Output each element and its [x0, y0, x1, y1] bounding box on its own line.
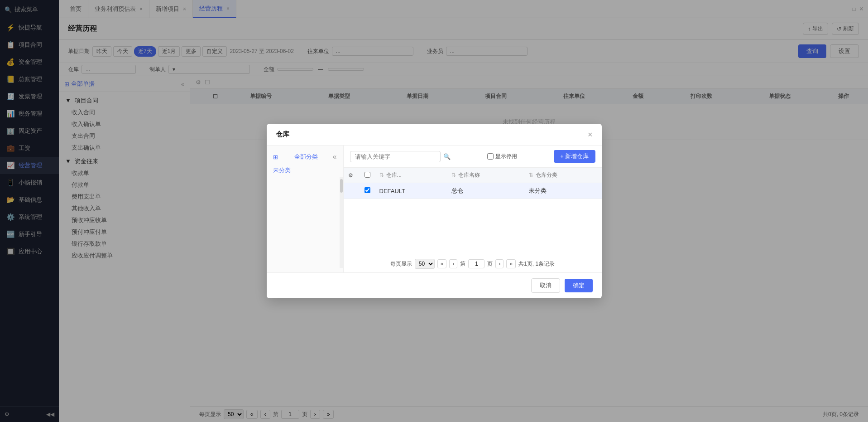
dialog-close-btn[interactable]: × [588, 131, 593, 139]
show-disabled-wrapper: 显示停用 [487, 153, 517, 160]
dialog-total: 共1页, 1条记录 [518, 260, 555, 268]
row-actions-icon: ⚙ [348, 172, 353, 179]
row-actions-cell [344, 183, 360, 199]
dialog-sidebar-all[interactable]: ⊞ 全部分类 « [267, 150, 343, 164]
dialog-table: ⚙ ⇅ 仓库... ⇅ [344, 168, 602, 199]
dialog-actions: 取消 确定 [267, 272, 602, 298]
row-checkbox-cell [360, 183, 375, 199]
dialog-sidebar-unclassified-label: 未分类 [273, 167, 291, 174]
dialog-first-btn[interactable]: « [437, 259, 447, 268]
dialog-per-page-label: 每页显示 [390, 260, 412, 268]
show-disabled-checkbox[interactable] [487, 153, 494, 160]
dialog-last-btn[interactable]: » [506, 259, 516, 268]
dialog-toolbar: 🔍 显示停用 + 新增仓库 [344, 146, 602, 168]
dialog-page-label: 第 [460, 260, 465, 268]
row-checkbox[interactable] [364, 187, 370, 193]
dialog-col-code: ⇅ 仓库... [375, 168, 447, 183]
dialog-prev-btn[interactable]: ‹ [449, 259, 457, 268]
row-code-cell: DEFAULT [375, 183, 447, 199]
dialog-body: ⊞ 全部分类 « 未分类 [267, 146, 602, 272]
sidebar-scroll-area [267, 177, 343, 268]
col-sort-icon: ⇅ [379, 172, 384, 178]
row-category-cell: 未分类 [524, 183, 602, 199]
sidebar-scrollbar-thumb [340, 179, 343, 193]
dialog-sidebar-all-label: 全部分类 [294, 153, 318, 161]
dialog-title: 仓库 [276, 130, 289, 139]
warehouse-dialog: 仓库 × ⊞ 全部分类 « 未分类 [267, 124, 602, 298]
col-sort-icon3: ⇅ [529, 172, 533, 178]
dialog-sidebar-collapse[interactable]: « [333, 153, 337, 161]
dialog-col-name: ⇅ 仓库名称 [447, 168, 524, 183]
dialog-select-all[interactable] [364, 172, 370, 178]
dialog-table-row[interactable]: DEFAULT 总仓 未分类 [344, 183, 602, 199]
dialog-pagination: 每页显示 50 « ‹ 第 页 › » 共1页, 1条记录 [344, 255, 602, 272]
show-disabled-label: 显示停用 [495, 153, 517, 160]
modal-overlay: 仓库 × ⊞ 全部分类 « 未分类 [0, 0, 868, 422]
dialog-sidebar: ⊞ 全部分类 « 未分类 [267, 146, 344, 272]
dialog-page-suffix: 页 [487, 260, 493, 268]
dialog-confirm-btn[interactable]: 确定 [565, 279, 593, 292]
dialog-main: 🔍 显示停用 + 新增仓库 ⚙ [344, 146, 602, 272]
add-warehouse-btn[interactable]: + 新增仓库 [554, 150, 595, 163]
col-sort-icon2: ⇅ [451, 172, 456, 178]
dialog-page-input[interactable] [468, 259, 484, 268]
dialog-cancel-btn[interactable]: 取消 [531, 278, 560, 293]
dialog-search-input[interactable] [350, 151, 441, 162]
dialog-per-page-select[interactable]: 50 [415, 259, 435, 269]
dialog-header: 仓库 × [267, 124, 602, 146]
row-name-cell: 总仓 [447, 183, 524, 199]
dialog-col-actions: ⚙ [344, 168, 360, 183]
dialog-sidebar-unclassified[interactable]: 未分类 [267, 164, 343, 177]
dialog-next-btn[interactable]: › [495, 259, 504, 268]
dialog-table-wrapper: ⚙ ⇅ 仓库... ⇅ [344, 168, 602, 255]
dialog-sidebar-all-icon: ⊞ [273, 154, 278, 160]
dialog-col-checkbox [360, 168, 375, 183]
dialog-col-category: ⇅ 仓库分类 [524, 168, 602, 183]
dialog-search: 🔍 [350, 151, 451, 162]
dialog-table-header: ⚙ ⇅ 仓库... ⇅ [344, 168, 602, 183]
sidebar-scrollbar[interactable] [340, 177, 343, 268]
dialog-search-icon[interactable]: 🔍 [443, 153, 451, 160]
